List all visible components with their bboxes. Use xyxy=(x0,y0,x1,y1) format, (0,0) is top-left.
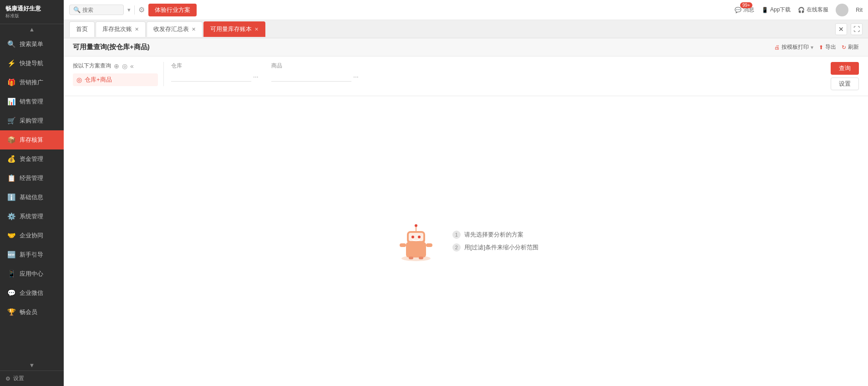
app-download-btn[interactable]: 📱 App下载 xyxy=(761,6,791,14)
export-btn[interactable]: ⬆ 导出 xyxy=(819,43,836,51)
svg-rect-8 xyxy=(400,243,406,247)
sidebar-item-finance[interactable]: 💰 资金管理 xyxy=(0,149,64,169)
tab-close-all-btn[interactable]: ✕ xyxy=(835,23,847,35)
online-service-btn[interactable]: 🎧 在线客服 xyxy=(798,6,828,14)
sidebar-item-label: 快捷导航 xyxy=(20,59,43,67)
tabbar: 首页 库存批次账 ✕ 收发存汇总表 ✕ 可用量库存账本 ✕ ✕ ⛶ xyxy=(64,20,868,38)
trial-btn[interactable]: 体验行业方案 xyxy=(148,4,197,16)
settings-btn[interactable]: 设置 xyxy=(831,77,859,90)
query-btn[interactable]: 查询 xyxy=(831,62,859,75)
app-download-label: App下载 xyxy=(770,6,791,14)
app-version: 标准版 xyxy=(5,13,58,19)
warehouse-input[interactable] xyxy=(171,72,251,82)
app-logo: 畅康通好生意 标准版 xyxy=(0,0,64,24)
tab-available[interactable]: 可用量库存账本 ✕ xyxy=(203,21,265,37)
filter-field-product: 商品 ··· xyxy=(271,62,362,82)
tab-label: 可用量库存账本 xyxy=(210,25,252,33)
refresh-btn[interactable]: ↻ 刷新 xyxy=(842,43,859,51)
sidebar-item-inventory[interactable]: 📦 库存核算 xyxy=(0,130,64,149)
sidebar: 畅康通好生意 标准版 ▲ 🔍 搜索菜单 ⚡ 快捷导航 🎁 营销推广 📊 销售管理… xyxy=(0,0,64,386)
sidebar-item-purchase[interactable]: 🛒 采购管理 xyxy=(0,111,64,130)
filter-fields: 仓库 ··· 商品 ··· xyxy=(171,62,823,82)
sidebar-item-label: 营销推广 xyxy=(20,78,43,87)
search-input[interactable] xyxy=(82,7,119,13)
tab-close-icon[interactable]: ✕ xyxy=(192,26,196,32)
export-label: 导出 xyxy=(825,43,836,51)
sidebar-item-label: 资金管理 xyxy=(20,155,43,163)
sidebar-item-sales[interactable]: 📊 销售管理 xyxy=(0,92,64,111)
sidebar-item-shortcut[interactable]: ⚡ 快捷导航 xyxy=(0,54,64,73)
collapse-icon[interactable]: « xyxy=(130,62,134,70)
robot-illustration xyxy=(393,218,439,264)
svg-rect-3 xyxy=(409,233,423,241)
sidebar-item-system[interactable]: ⚙️ 系统管理 xyxy=(0,207,64,226)
sales-icon: 📊 xyxy=(7,98,16,106)
page-title: 可用量查询(按仓库+商品) xyxy=(73,43,150,51)
sidebar-item-newbie[interactable]: 🆕 新手引导 xyxy=(0,245,64,264)
sidebar-item-label: 应用中心 xyxy=(20,270,43,278)
search-icon: 🔍 xyxy=(73,6,81,13)
settings-scheme-icon[interactable]: ◎ xyxy=(122,62,127,70)
wechat-icon: 💬 xyxy=(7,289,16,297)
sidebar-scroll-up[interactable]: ▲ xyxy=(0,24,64,35)
product-more-icon[interactable]: ··· xyxy=(353,73,359,80)
scheme-item-warehouse-product[interactable]: ◎ 仓库+商品 xyxy=(73,73,158,86)
sidebar-item-enterprise[interactable]: 🤝 企业协同 xyxy=(0,226,64,245)
sidebar-bottom-label: 设置 xyxy=(13,375,24,382)
filter-schemes-header: 按以下方案查询 ⊕ ◎ « xyxy=(73,62,158,70)
settings-icon: ⚙ xyxy=(5,376,10,382)
user-avatar[interactable] xyxy=(836,4,848,16)
topbar-dropdown-icon[interactable]: ▾ xyxy=(127,6,131,13)
page-header: 可用量查询(按仓库+商品) 🖨 按模板打印 ▾ ⬆ 导出 ↻ 刷新 xyxy=(64,38,868,57)
tabbar-controls: ✕ ⛶ xyxy=(835,23,863,35)
product-input[interactable] xyxy=(271,72,351,82)
topbar-right: 💬 消息 99+ 📱 App下载 🎧 在线客服 Rit xyxy=(735,4,863,16)
tab-home[interactable]: 首页 xyxy=(69,21,95,37)
sidebar-item-label: 销售管理 xyxy=(20,98,43,106)
tab-close-icon[interactable]: ✕ xyxy=(135,26,139,32)
print-dropdown-icon[interactable]: ▾ xyxy=(811,44,813,51)
filter-field-product-label: 商品 xyxy=(271,62,362,70)
export-icon: ⬆ xyxy=(819,44,823,51)
sidebar-item-member[interactable]: 🏆 畅会员 xyxy=(0,303,64,322)
sidebar-item-operations[interactable]: 📋 经营管理 xyxy=(0,169,64,188)
username: Rit xyxy=(856,7,863,13)
sidebar-scroll-down[interactable]: ▼ xyxy=(0,360,64,371)
add-scheme-icon[interactable]: ⊕ xyxy=(114,62,119,70)
sidebar-item-label: 搜索菜单 xyxy=(20,40,43,48)
tab-close-icon[interactable]: ✕ xyxy=(254,26,259,32)
member-icon: 🏆 xyxy=(7,308,16,316)
gear-icon[interactable]: ⚙ xyxy=(138,5,145,14)
empty-tip-1: 1 请先选择要分析的方案 xyxy=(452,231,538,239)
finance-icon: 💰 xyxy=(7,155,16,163)
tab-batch[interactable]: 库存批次账 ✕ xyxy=(96,21,146,37)
sidebar-item-label: 系统管理 xyxy=(20,212,43,221)
message-btn[interactable]: 💬 消息 99+ xyxy=(735,6,754,14)
print-btn[interactable]: 🖨 按模板打印 ▾ xyxy=(774,43,813,51)
scheme-icon: ◎ xyxy=(76,76,82,83)
sidebar-item-basic[interactable]: ℹ️ 基础信息 xyxy=(0,188,64,207)
topbar-search[interactable]: 🔍 xyxy=(69,5,124,15)
svg-point-4 xyxy=(411,236,414,238)
sidebar-bottom: ⚙ 设置 xyxy=(0,371,64,386)
tab-summary[interactable]: 收发存汇总表 ✕ xyxy=(147,21,203,37)
main-area: 🔍 ▾ ⚙ 体验行业方案 💬 消息 99+ 📱 App下载 🎧 在线客服 Rit xyxy=(64,0,868,386)
tab-label: 收发存汇总表 xyxy=(153,25,189,33)
page-actions: 🖨 按模板打印 ▾ ⬆ 导出 ↻ 刷新 xyxy=(774,43,859,51)
filter-field-warehouse-label: 仓库 xyxy=(171,62,262,70)
purchase-icon: 🛒 xyxy=(7,117,16,125)
warehouse-more-icon[interactable]: ··· xyxy=(253,73,259,80)
sidebar-item-search[interactable]: 🔍 搜索菜单 xyxy=(0,35,64,54)
sidebar-item-wechat[interactable]: 💬 企业微信 xyxy=(0,283,64,303)
empty-state: 1 请先选择要分析的方案 2 用[过滤]条件来缩小分析范围 xyxy=(64,96,868,386)
print-label: 按模板打印 xyxy=(782,43,809,51)
online-service-label: 在线客服 xyxy=(807,6,828,14)
operations-icon: 📋 xyxy=(7,174,16,182)
newbie-icon: 🆕 xyxy=(7,251,16,259)
svg-point-5 xyxy=(418,236,421,238)
sidebar-item-marketing[interactable]: 🎁 营销推广 xyxy=(0,73,64,92)
tip-text-2: 用[过滤]条件来缩小分析范围 xyxy=(464,243,538,252)
tab-maximize-btn[interactable]: ⛶ xyxy=(851,23,863,35)
empty-tips: 1 请先选择要分析的方案 2 用[过滤]条件来缩小分析范围 xyxy=(452,231,538,252)
sidebar-item-appstore[interactable]: 📱 应用中心 xyxy=(0,264,64,283)
